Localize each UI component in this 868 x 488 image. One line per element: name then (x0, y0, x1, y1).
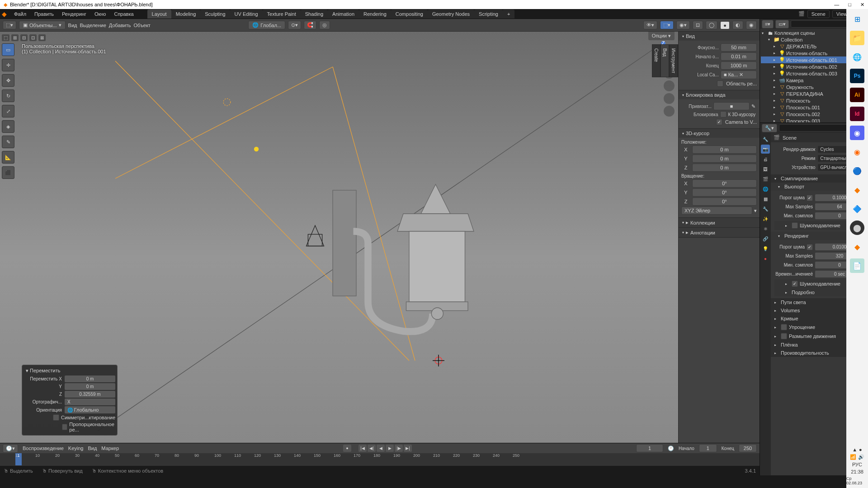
cursor-rot-y[interactable]: 0° (692, 188, 757, 197)
vp-menu-object[interactable]: Объект (133, 23, 150, 28)
asana-icon[interactable]: 🔷 (850, 202, 864, 216)
discord-icon[interactable]: ◉ (850, 126, 864, 140)
clock-time[interactable]: 21:38 (851, 469, 863, 474)
panel-view-header[interactable]: Вид (679, 32, 760, 41)
menu-help[interactable]: Справка (110, 10, 137, 18)
menu-edit[interactable]: Править (31, 10, 57, 18)
properties-search[interactable] (779, 124, 854, 131)
cursor-pos-y[interactable]: 0 m (692, 155, 757, 163)
prop-tab-scene[interactable]: 🎬 (761, 174, 770, 183)
preview-range-button[interactable]: 🕐 (668, 446, 674, 451)
notes-icon[interactable]: 📄 (850, 258, 864, 273)
cursor-pos-z[interactable]: 0 m (692, 164, 757, 172)
obs-icon[interactable]: ⬤ (850, 221, 864, 235)
prop-tab-particles[interactable]: ✨ (761, 214, 770, 223)
jump-prev-key-button[interactable]: ◀| (368, 445, 376, 452)
houdini-icon[interactable]: ◉ (850, 145, 864, 159)
menu-file[interactable]: Файл (10, 10, 30, 18)
shading-solid[interactable]: ● (720, 21, 730, 29)
prop-tab-object[interactable]: ▦ (761, 194, 770, 203)
minimize-button[interactable]: — (834, 2, 839, 8)
ortho-axis-select[interactable]: X (65, 399, 115, 405)
outliner-display-button[interactable]: ▭▾ (775, 20, 789, 28)
shading-rendered[interactable]: ◉ (746, 21, 757, 29)
tray-icon[interactable]: ● (859, 447, 862, 452)
tl-marker[interactable]: Маркер (101, 446, 119, 451)
cursor-rot-z[interactable]: 0° (692, 197, 757, 206)
move-z-field[interactable]: 0.32559 m (65, 391, 115, 398)
cursor-rotation-mode[interactable]: XYZ Эйлер (681, 206, 752, 215)
panel-collections-header[interactable]: ▸ Коллекции (679, 218, 760, 227)
auto-key-button[interactable]: ● (343, 445, 351, 452)
close-button[interactable]: ✕ (860, 2, 864, 8)
move-y-field[interactable]: 0 m (65, 383, 115, 390)
timeline-editor-button[interactable]: 🕐▾ (3, 444, 18, 453)
3d-viewport[interactable]: ⬚ ⊞ ⊟ ⊡ ⊠ Пользовательская перспектива (… (0, 32, 760, 443)
visibility-button[interactable]: 👁▾ (643, 21, 657, 29)
properties-type-button[interactable]: 🔧▾ (762, 124, 777, 132)
tab-sculpting[interactable]: Sculpting (200, 9, 230, 19)
lock-cursor-checkbox[interactable] (720, 111, 726, 117)
vp-menu-add[interactable]: Добавить (109, 23, 131, 28)
illustrator-icon[interactable]: Ai (850, 88, 864, 102)
panel-annotations-header[interactable]: ▸ Аннотации (679, 228, 760, 237)
vp-noise-checkbox[interactable] (807, 195, 813, 201)
tl-keying[interactable]: Keying (68, 446, 84, 451)
volume-icon[interactable]: 🔊 (858, 454, 864, 460)
vp-menu-select[interactable]: Выделение (80, 23, 106, 28)
proportional-button[interactable]: ◎ (319, 21, 330, 29)
end-frame-field[interactable]: 250 (739, 444, 757, 452)
play-button[interactable]: ▶ (386, 445, 394, 452)
jump-end-button[interactable]: ▶| (404, 445, 412, 452)
xray-button[interactable]: ⊡ (693, 21, 703, 29)
clip-end-field[interactable]: 1000 m (721, 61, 757, 70)
tab-layout[interactable]: Layout (147, 9, 171, 19)
outliner-type-button[interactable]: ≡▾ (762, 20, 774, 28)
orientation-select[interactable]: 🌐 Глобально (65, 406, 115, 413)
tab-geometry-nodes[interactable]: Geometry Nodes (428, 9, 474, 19)
render-region-checkbox[interactable] (717, 80, 723, 87)
prop-tab-constraints[interactable]: 🔗 (761, 234, 770, 243)
prop-tab-material[interactable]: ● (761, 254, 770, 263)
options-dropdown[interactable]: Опции ▾ (648, 32, 675, 40)
tab-shading[interactable]: Shading (301, 9, 328, 19)
play-reverse-button[interactable]: ◀ (377, 445, 385, 452)
camera-view-icon[interactable] (664, 93, 675, 104)
menu-render[interactable]: Рендеринг (58, 10, 90, 18)
tab-texture-paint[interactable]: Texture Paint (263, 9, 301, 19)
n-tab-tool[interactable]: Инструмент (669, 44, 678, 77)
prop-tab-data[interactable]: 💡 (761, 244, 770, 253)
n-tab-view[interactable]: Вид (660, 44, 669, 77)
language-indicator[interactable]: РУС (852, 462, 862, 467)
move-x-field[interactable]: 0 m (65, 375, 115, 382)
prop-tab-view-layer[interactable]: 🖼 (761, 164, 770, 174)
prop-tab-tool[interactable]: 🔧 (761, 135, 770, 144)
chrome-icon[interactable]: 🔵 (850, 164, 864, 178)
tab-uv-editing[interactable]: UV Editing (230, 9, 263, 19)
network-icon[interactable]: 📶 (850, 454, 856, 460)
pivot-button[interactable]: ⊙▾ (288, 21, 301, 29)
menu-window[interactable]: Окно (91, 10, 110, 18)
pan-icon[interactable] (664, 80, 675, 91)
tab-add[interactable]: + (503, 9, 514, 19)
proportional-checkbox[interactable] (62, 424, 67, 430)
gizmo-button[interactable]: ⬚▾ (660, 21, 674, 29)
clip-start-field[interactable]: 0.01 m (721, 52, 757, 61)
explorer-icon[interactable]: 📁 (850, 31, 864, 45)
lock-to-object-field[interactable]: ■ (713, 102, 750, 110)
panel-lock-header[interactable]: Блокировка вида (679, 90, 760, 99)
tray-icon[interactable]: ▲ (852, 447, 857, 452)
tl-playback[interactable]: Воспроизведение (23, 446, 64, 451)
tab-rendering[interactable]: Rendering (359, 9, 391, 19)
vp-menu-view[interactable]: Вид (68, 23, 77, 28)
timeline-ruler[interactable]: 1 11020304050607080901001101201301401501… (0, 453, 760, 465)
tab-modeling[interactable]: Modeling (171, 9, 201, 19)
shading-wireframe[interactable]: ◯ (706, 21, 717, 29)
orientation-selector[interactable]: 🌐 Глобал... (248, 21, 285, 29)
overlays-button[interactable]: ◉▾ (676, 21, 690, 29)
tl-view[interactable]: Вид (88, 446, 97, 451)
jump-start-button[interactable]: |◀ (359, 445, 367, 452)
panel-cursor-header[interactable]: 3D-курсор (679, 129, 760, 138)
start-frame-field[interactable]: 1 (699, 444, 717, 452)
prop-tab-render[interactable]: 📷 (761, 145, 770, 154)
